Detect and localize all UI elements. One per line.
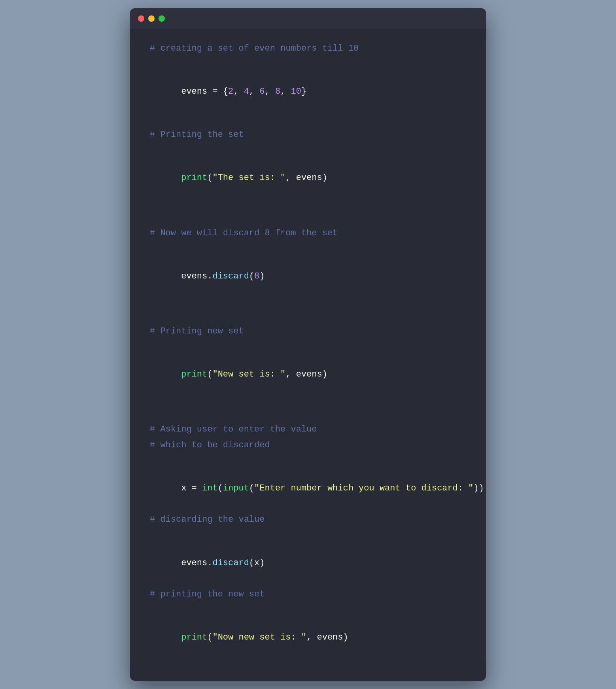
code-token-print3: print <box>181 632 207 642</box>
code-token-string3: "Enter number which you want to discard:… <box>254 483 474 493</box>
code-token-evens1: evens <box>296 173 322 183</box>
code-line-comment1: # creating a set of even numbers till 10 <box>150 41 466 57</box>
code-token-num2: 2 <box>228 87 233 97</box>
code-token-equals: = { <box>207 87 228 97</box>
code-line-comment7: # discarding the value <box>150 512 466 528</box>
code-token-comma6: , <box>285 369 296 379</box>
code-token-comma2: , <box>249 87 259 97</box>
code-token-comma4: , <box>280 87 291 97</box>
code-token-x2: x <box>254 558 259 568</box>
code-token-comma1: , <box>233 87 244 97</box>
code-token-num4: 4 <box>244 87 249 97</box>
code-token-discard2: discard <box>212 558 249 568</box>
code-token-evens2: evens <box>181 271 207 281</box>
code-token-paren1: ( <box>207 173 212 183</box>
code-line-comment2: # Printing the set <box>150 127 466 143</box>
blank-line <box>150 143 466 155</box>
code-token-var: evens <box>181 87 207 97</box>
code-token-dot2: . <box>207 558 212 568</box>
code-token-paren7: ( <box>218 483 223 493</box>
code-line-comment6: # which to be discarded <box>150 437 466 453</box>
code-line-comment5: # Asking user to enter the value <box>150 422 466 437</box>
blank-line <box>150 241 466 253</box>
code-line-comment4: # Printing new set <box>150 324 466 339</box>
blank-line <box>150 115 466 127</box>
code-token-x: x <box>181 483 186 493</box>
blank-line <box>150 202 466 214</box>
code-token-print2: print <box>181 369 207 379</box>
code-token-paren9: )) <box>474 483 484 493</box>
code-token-paren2: ) <box>322 173 327 183</box>
code-token-paren11: ) <box>259 558 265 568</box>
blank-line <box>150 214 466 225</box>
code-token-paren8: ( <box>249 483 254 493</box>
code-token-comma7: , <box>306 632 317 642</box>
code-token-print1: print <box>181 173 207 183</box>
blank-line <box>150 602 466 614</box>
code-line-print2: print("New set is: ", evens) <box>150 351 466 398</box>
blank-line <box>150 300 466 312</box>
code-token-paren12: ( <box>207 632 212 642</box>
code-line-print3: print("Now new set is: ", evens) <box>150 614 466 661</box>
code-token-comma3: , <box>265 87 275 97</box>
code-line-comment8: # printing the new set <box>150 587 466 602</box>
blank-line <box>150 410 466 422</box>
code-token-input: input <box>223 483 249 493</box>
code-line-discard1: evens.discard(8) <box>150 253 466 300</box>
blank-line <box>150 453 466 465</box>
code-token-comma5: , <box>285 173 296 183</box>
code-line-discard2: evens.discard(x) <box>150 539 466 587</box>
code-token-string4: "Now new set is: " <box>212 632 306 642</box>
code-token-num10: 10 <box>291 87 301 97</box>
code-token-string1: "The set is: " <box>212 173 285 183</box>
blank-line <box>150 312 466 324</box>
code-token-int: int <box>202 483 218 493</box>
code-line-evens-assign: evens = {2, 4, 6, 8, 10} <box>150 68 466 115</box>
code-window: # creating a set of even numbers till 10… <box>130 8 486 681</box>
blank-line <box>150 339 466 351</box>
blank-line <box>150 528 466 539</box>
titlebar <box>130 8 486 29</box>
code-token-paren5: ( <box>207 369 212 379</box>
blank-line <box>150 56 466 68</box>
code-token-paren4: ) <box>259 271 265 281</box>
blank-line <box>150 398 466 410</box>
code-token-equals2: = <box>186 483 202 493</box>
code-token-string2: "New set is: " <box>212 369 285 379</box>
code-token-8: 8 <box>254 271 259 281</box>
code-line-comment3: # Now we will discard 8 from the set <box>150 225 466 241</box>
code-token-paren10: ( <box>249 558 254 568</box>
code-line-print1: print("The set is: ", evens) <box>150 155 466 202</box>
code-token-paren13: ) <box>343 632 348 642</box>
code-token-paren3: ( <box>249 271 254 281</box>
code-token-evens5: evens <box>317 632 343 642</box>
code-token-num8: 8 <box>275 87 280 97</box>
code-token-dot1: . <box>207 271 212 281</box>
code-token-paren6: ) <box>322 369 327 379</box>
code-editor: # creating a set of even numbers till 10… <box>130 29 486 681</box>
minimize-button[interactable] <box>148 15 155 22</box>
maximize-button[interactable] <box>159 15 165 22</box>
code-line-x-assign: x = int(input("Enter number which you wa… <box>150 465 466 512</box>
code-token-brace-close: } <box>301 87 306 97</box>
close-button[interactable] <box>138 15 144 22</box>
code-token-evens4: evens <box>181 558 207 568</box>
code-token-num6: 6 <box>259 87 265 97</box>
code-token-discard1: discard <box>212 271 249 281</box>
code-token-evens3: evens <box>296 369 322 379</box>
